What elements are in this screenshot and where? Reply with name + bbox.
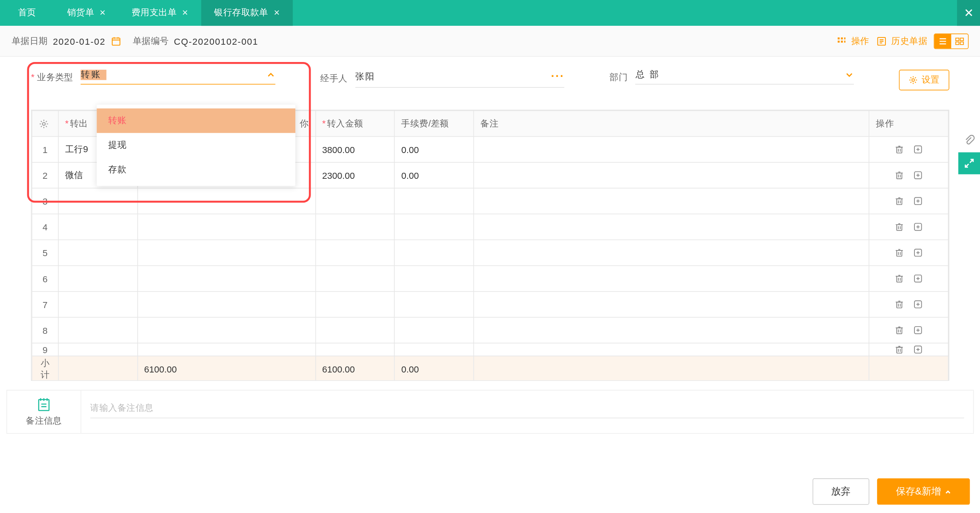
discard-button[interactable]: 放弃	[813, 478, 869, 505]
cell-fee[interactable]	[395, 343, 474, 356]
attachment-button[interactable]	[958, 129, 980, 151]
add-row-button[interactable]	[913, 345, 923, 354]
add-row-button[interactable]	[913, 248, 923, 258]
delete-row-button[interactable]	[895, 274, 904, 283]
cell-remark[interactable]	[474, 292, 869, 317]
handler-select[interactable]: ···	[355, 70, 564, 88]
svg-rect-23	[897, 147, 902, 153]
view-list-button[interactable]	[935, 34, 951, 48]
tab-expense[interactable]: 费用支出单 ✕	[119, 0, 201, 26]
biz-type-select[interactable]	[81, 70, 275, 85]
cell-remark[interactable]	[474, 266, 869, 292]
cell-fee[interactable]	[395, 214, 474, 240]
dept-input[interactable]	[636, 70, 845, 80]
delete-row-button[interactable]	[895, 300, 904, 309]
cell-hidden[interactable]	[138, 343, 315, 356]
date-value[interactable]: 2020-01-02	[53, 36, 105, 46]
dept-select[interactable]	[636, 70, 854, 85]
dropdown-option[interactable]: 转账	[97, 108, 295, 133]
cell-acct[interactable]	[58, 188, 138, 214]
add-row-button[interactable]	[913, 300, 923, 309]
gear-header[interactable]	[32, 111, 58, 137]
close-icon[interactable]: ✕	[274, 8, 280, 17]
cell-remark[interactable]	[474, 214, 869, 240]
table-row[interactable]: 7	[32, 292, 948, 317]
table-row[interactable]: 6	[32, 266, 948, 292]
delete-row-button[interactable]	[895, 170, 904, 180]
cell-in-amt[interactable]	[315, 214, 395, 240]
delete-row-button[interactable]	[895, 345, 904, 354]
cell-hidden[interactable]	[138, 214, 315, 240]
add-row-button[interactable]	[913, 170, 923, 180]
close-icon[interactable]: ✕	[182, 8, 188, 17]
table-row[interactable]: 3	[32, 188, 948, 214]
add-row-button[interactable]	[913, 196, 923, 206]
settings-button[interactable]: 设置	[899, 70, 949, 90]
expand-button[interactable]	[958, 152, 980, 174]
chevron-up-icon[interactable]	[266, 70, 275, 79]
cell-in-amt[interactable]	[315, 240, 395, 266]
cell-acct[interactable]	[58, 240, 138, 266]
cell-acct[interactable]	[58, 317, 138, 343]
cell-fee[interactable]	[395, 317, 474, 343]
cell-hidden[interactable]	[138, 266, 315, 292]
dropdown-option[interactable]: 存款	[97, 157, 295, 182]
cell-in-amt[interactable]: 2300.00	[315, 162, 395, 188]
delete-row-button[interactable]	[895, 248, 904, 258]
cell-hidden[interactable]	[138, 317, 315, 343]
close-all-button[interactable]: ✕	[957, 0, 980, 26]
cell-acct[interactable]	[58, 266, 138, 292]
cell-hidden[interactable]	[138, 188, 315, 214]
cell-remark[interactable]	[474, 188, 869, 214]
view-grid-button[interactable]	[951, 34, 968, 48]
cell-acct[interactable]	[58, 292, 138, 317]
table-row[interactable]: 9	[32, 343, 948, 356]
delete-row-button[interactable]	[895, 222, 904, 232]
cell-acct[interactable]	[58, 343, 138, 356]
cell-hidden[interactable]	[138, 292, 315, 317]
delete-row-button[interactable]	[895, 145, 904, 154]
cell-remark[interactable]	[474, 343, 869, 356]
cell-in-amt[interactable]	[315, 343, 395, 356]
save-new-button[interactable]: 保存&新增	[877, 478, 970, 505]
history-button[interactable]: 历史单据	[877, 35, 927, 47]
tab-bank[interactable]: 银行存取款单 ✕	[201, 0, 293, 26]
cell-fee[interactable]: 0.00	[395, 137, 474, 162]
cell-in-amt[interactable]	[315, 266, 395, 292]
cell-fee[interactable]	[395, 240, 474, 266]
cell-in-amt[interactable]	[315, 188, 395, 214]
cell-hidden[interactable]	[138, 240, 315, 266]
table-row[interactable]: 4	[32, 214, 948, 240]
calendar-icon[interactable]	[111, 36, 121, 46]
add-row-button[interactable]	[913, 222, 923, 232]
close-icon[interactable]: ✕	[99, 8, 106, 17]
remarks-input[interactable]	[90, 402, 964, 418]
cell-remark[interactable]	[474, 137, 869, 162]
cell-fee[interactable]: 0.00	[395, 162, 474, 188]
cell-acct[interactable]	[58, 214, 138, 240]
cell-fee[interactable]	[395, 266, 474, 292]
cell-remark[interactable]	[474, 317, 869, 343]
biz-type-input[interactable]	[81, 70, 107, 80]
add-row-button[interactable]	[913, 274, 923, 283]
ops-button[interactable]: 操作	[837, 35, 869, 47]
tab-home[interactable]: 首页	[0, 0, 54, 26]
chevron-down-icon[interactable]	[845, 70, 854, 79]
delete-row-button[interactable]	[895, 325, 904, 335]
add-row-button[interactable]	[913, 145, 923, 154]
cell-fee[interactable]	[395, 292, 474, 317]
ellipsis-icon[interactable]: ···	[551, 70, 564, 83]
cell-remark[interactable]	[474, 240, 869, 266]
add-row-button[interactable]	[913, 325, 923, 335]
cell-fee[interactable]	[395, 188, 474, 214]
table-row[interactable]: 5	[32, 240, 948, 266]
cell-remark[interactable]	[474, 162, 869, 188]
table-row[interactable]: 8	[32, 317, 948, 343]
cell-in-amt[interactable]: 3800.00	[315, 137, 395, 162]
cell-in-amt[interactable]	[315, 317, 395, 343]
tab-sales[interactable]: 销货单 ✕	[54, 0, 119, 26]
handler-input[interactable]	[355, 71, 551, 82]
delete-row-button[interactable]	[895, 196, 904, 206]
cell-in-amt[interactable]	[315, 292, 395, 317]
dropdown-option[interactable]: 提现	[97, 133, 295, 157]
